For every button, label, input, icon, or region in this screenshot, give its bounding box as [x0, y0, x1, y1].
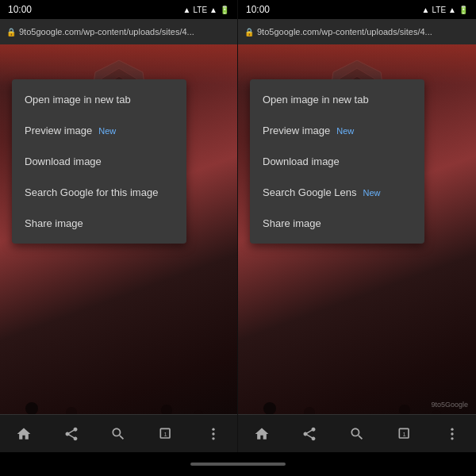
right-wifi-icon: ▲ — [448, 6, 456, 14]
left-address-text: 9to5google.com/wp-content/uploads/sites/… — [19, 27, 231, 36]
svg-point-30 — [451, 432, 453, 435]
left-nav-share[interactable] — [57, 420, 86, 448]
right-nav-search[interactable] — [343, 420, 371, 448]
svg-point-31 — [451, 437, 453, 440]
right-signal-icon: ▲ — [422, 6, 430, 14]
svg-point-14 — [212, 432, 214, 435]
right-menu-search-google-lens[interactable]: Search Google Lens New — [250, 177, 424, 208]
svg-point-15 — [212, 437, 214, 440]
left-phone-screen: 10:00 ▲ LTE ▲ 🔋 🔒 9to5google.com/wp-cont… — [0, 0, 238, 452]
right-watermark: 9to5Google — [431, 401, 468, 409]
left-menu-open-new-tab-label: Open image in new tab — [25, 94, 131, 106]
right-context-menu: Open image in new tab Preview image New … — [250, 79, 424, 244]
left-status-icons: ▲ LTE ▲ 🔋 — [183, 6, 229, 14]
svg-text:1: 1 — [403, 430, 406, 437]
left-battery-icon: 🔋 — [220, 6, 229, 14]
left-menu-search-label: Search Google for this image — [25, 186, 158, 198]
right-bottom-nav: 1 — [238, 414, 476, 452]
right-nav-tabs[interactable]: 1 — [390, 420, 419, 448]
left-nav-more[interactable] — [199, 420, 228, 448]
home-indicator-bar — [0, 452, 476, 476]
left-lte-label: LTE — [193, 6, 207, 14]
right-nav-share[interactable] — [295, 420, 324, 448]
left-status-bar: 10:00 ▲ LTE ▲ 🔋 — [0, 0, 237, 19]
left-bottom-nav: 1 — [0, 414, 237, 452]
right-address-text: 9to5google.com/wp-content/uploads/sites/… — [257, 27, 470, 36]
right-menu-share-label: Share image — [263, 217, 321, 229]
left-scene-top-light — [0, 44, 237, 84]
right-menu-search-badge: New — [362, 188, 382, 198]
right-menu-preview-label: Preview image — [263, 125, 330, 136]
right-menu-search-label: Search Google Lens — [263, 186, 357, 198]
left-menu-preview-label: Preview image — [25, 125, 92, 136]
right-menu-open-new-tab-label: Open image in new tab — [263, 94, 369, 106]
left-status-time: 10:00 — [8, 4, 32, 15]
left-lock-icon: 🔒 — [6, 28, 16, 36]
left-menu-share-image[interactable]: Share image — [12, 208, 186, 239]
svg-text:1: 1 — [164, 430, 167, 437]
left-address-bar[interactable]: 🔒 9to5google.com/wp-content/uploads/site… — [0, 19, 237, 44]
svg-point-13 — [212, 428, 214, 430]
right-phone-screen: 10:00 ▲ LTE ▲ 🔋 🔒 9to5google.com/wp-cont… — [238, 0, 476, 452]
right-battery-icon: 🔋 — [459, 6, 468, 14]
svg-point-4 — [25, 402, 38, 415]
right-status-icons: ▲ LTE ▲ 🔋 — [422, 6, 468, 14]
left-nav-home[interactable] — [10, 420, 38, 448]
right-nav-more[interactable] — [438, 420, 466, 448]
right-menu-preview-badge: New — [335, 126, 355, 136]
right-menu-download-label: Download image — [263, 155, 340, 167]
left-signal-icon: ▲ — [183, 6, 191, 14]
right-lock-icon: 🔒 — [244, 28, 254, 36]
screens-container: 10:00 ▲ LTE ▲ 🔋 🔒 9to5google.com/wp-cont… — [0, 0, 476, 452]
right-menu-download-image[interactable]: Download image — [250, 146, 424, 177]
right-address-bar[interactable]: 🔒 9to5google.com/wp-content/uploads/site… — [238, 19, 476, 44]
left-menu-search-google[interactable]: Search Google for this image — [12, 177, 186, 208]
right-nav-home[interactable] — [248, 420, 276, 448]
home-indicator — [190, 463, 286, 466]
left-menu-download-image[interactable]: Download image — [12, 146, 186, 177]
svg-point-20 — [263, 402, 276, 415]
svg-point-29 — [451, 428, 453, 430]
right-status-time: 10:00 — [246, 4, 270, 15]
right-menu-open-new-tab[interactable]: Open image in new tab — [250, 84, 424, 115]
left-menu-open-new-tab[interactable]: Open image in new tab — [12, 84, 186, 115]
left-menu-download-label: Download image — [25, 155, 102, 167]
left-menu-preview-badge: New — [97, 126, 117, 136]
right-lte-label: LTE — [432, 6, 446, 14]
right-menu-preview-image[interactable]: Preview image New — [250, 115, 424, 146]
right-scene-top-light — [238, 44, 476, 84]
left-context-menu: Open image in new tab Preview image New … — [12, 79, 186, 244]
right-status-bar: 10:00 ▲ LTE ▲ 🔋 — [238, 0, 476, 19]
left-menu-preview-image[interactable]: Preview image New — [12, 115, 186, 146]
left-nav-tabs[interactable]: 1 — [152, 420, 180, 448]
left-nav-search[interactable] — [104, 420, 132, 448]
right-menu-share-image[interactable]: Share image — [250, 208, 424, 239]
left-wifi-icon: ▲ — [209, 6, 217, 14]
left-menu-share-label: Share image — [25, 217, 83, 229]
